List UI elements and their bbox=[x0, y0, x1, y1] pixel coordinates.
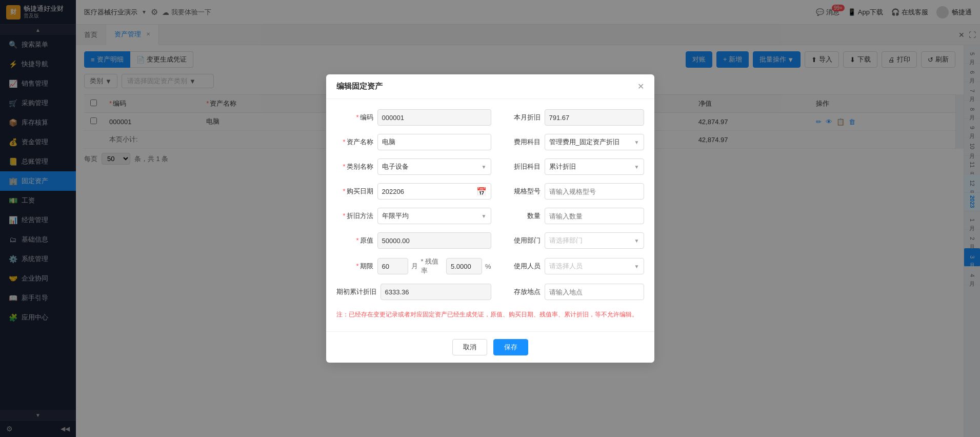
monthly-dep-label: 本月折旧 bbox=[504, 113, 541, 122]
original-value-input[interactable] bbox=[377, 232, 491, 249]
modal-overlay: 编辑固定资产 ✕ *编码 本月折旧 bbox=[0, 0, 980, 437]
form-note: 注：已经存在变更记录或者对应固定资产已经生成凭证，原值、购买日期、残值率、累计折… bbox=[336, 308, 644, 321]
quantity-label: 数量 bbox=[504, 211, 541, 221]
monthly-dep-input bbox=[545, 109, 644, 126]
purchase-date-field[interactable]: 📅 bbox=[377, 183, 491, 200]
period-inline: 月 * 残值率 % bbox=[377, 257, 491, 275]
cancel-button[interactable]: 取消 bbox=[452, 339, 487, 355]
form-item-dep-account: 折旧科目 累计折旧 ▼ bbox=[504, 158, 644, 175]
salvage-rate-unit: % bbox=[485, 263, 491, 270]
asset-name-label: *资产名称 bbox=[336, 137, 373, 147]
expense-account-label: 费用科目 bbox=[504, 137, 541, 147]
form-item-dep-method: *折旧方法 年限平均 ▼ bbox=[336, 208, 491, 224]
location-input[interactable] bbox=[545, 284, 644, 300]
initial-dep-label: 期初累计折旧 bbox=[336, 287, 376, 296]
purchase-date-label: *购买日期 bbox=[336, 187, 373, 196]
category-label: *类别名称 bbox=[336, 162, 373, 171]
user-label: 使用人员 bbox=[504, 262, 541, 271]
quantity-input[interactable] bbox=[545, 208, 644, 224]
dep-method-label: *折旧方法 bbox=[336, 211, 373, 221]
form-item-department: 使用部门 请选择部门 ▼ bbox=[504, 232, 644, 249]
purchase-date-input[interactable] bbox=[378, 188, 472, 195]
form-item-initial-dep: 期初累计折旧 bbox=[336, 284, 491, 300]
initial-dep-input[interactable] bbox=[381, 284, 491, 300]
modal-header: 编辑固定资产 ✕ bbox=[326, 74, 654, 99]
calendar-icon[interactable]: 📅 bbox=[472, 187, 491, 196]
dep-account-label: 折旧科目 bbox=[504, 162, 541, 171]
department-label: 使用部门 bbox=[504, 236, 541, 245]
original-value-label: *原值 bbox=[336, 236, 373, 245]
form-grid: *编码 本月折旧 *资产名称 费用科 bbox=[336, 109, 644, 321]
expense-account-select[interactable]: 管理费用_固定资产折旧 ▼ bbox=[545, 134, 644, 150]
spec-label: 规格型号 bbox=[504, 187, 541, 196]
form-item-expense-account: 费用科目 管理费用_固定资产折旧 ▼ bbox=[504, 134, 644, 150]
expense-account-arrow: ▼ bbox=[634, 140, 639, 145]
form-item-original-value: *原值 bbox=[336, 232, 491, 249]
form-item-user: 使用人员 请选择人员 ▼ bbox=[504, 257, 644, 275]
form-item-category: *类别名称 电子设备 ▼ bbox=[336, 158, 491, 175]
form-item-name: *资产名称 bbox=[336, 134, 491, 150]
save-button[interactable]: 保存 bbox=[493, 339, 528, 355]
spec-input[interactable] bbox=[545, 183, 644, 200]
category-select[interactable]: 电子设备 ▼ bbox=[377, 158, 491, 175]
user-arrow: ▼ bbox=[634, 264, 639, 269]
code-input[interactable] bbox=[377, 109, 491, 126]
modal-close-icon[interactable]: ✕ bbox=[637, 82, 644, 91]
location-label: 存放地点 bbox=[504, 287, 541, 296]
asset-name-input[interactable] bbox=[377, 134, 491, 150]
user-select[interactable]: 请选择人员 ▼ bbox=[545, 258, 644, 274]
form-item-purchase-date: *购买日期 📅 bbox=[336, 183, 491, 200]
period-unit-label: 月 bbox=[411, 262, 418, 271]
modal-footer: 取消 保存 bbox=[326, 331, 654, 363]
dep-method-arrow: ▼ bbox=[482, 213, 487, 219]
modal-title: 编辑固定资产 bbox=[336, 82, 383, 91]
salvage-rate-input[interactable] bbox=[446, 258, 482, 274]
form-item-spec: 规格型号 bbox=[504, 183, 644, 200]
salvage-rate-star: * 残值率 bbox=[421, 257, 443, 275]
department-select[interactable]: 请选择部门 ▼ bbox=[545, 232, 644, 249]
dep-method-select[interactable]: 年限平均 ▼ bbox=[377, 208, 491, 224]
department-arrow: ▼ bbox=[634, 238, 639, 244]
period-input[interactable] bbox=[377, 258, 408, 274]
form-item-monthly-dep: 本月折旧 bbox=[504, 109, 644, 126]
form-item-code: *编码 bbox=[336, 109, 491, 126]
modal-body: *编码 本月折旧 *资产名称 费用科 bbox=[326, 99, 654, 331]
form-item-quantity: 数量 bbox=[504, 208, 644, 224]
dep-account-select[interactable]: 累计折旧 ▼ bbox=[545, 158, 644, 175]
form-item-location: 存放地点 bbox=[504, 284, 644, 300]
dep-account-arrow: ▼ bbox=[634, 164, 639, 170]
period-label: *期限 bbox=[336, 262, 373, 271]
category-arrow: ▼ bbox=[482, 164, 487, 170]
code-label: *编码 bbox=[336, 113, 373, 122]
form-item-period: *期限 月 * 残值率 % bbox=[336, 257, 491, 275]
edit-fixed-asset-modal: 编辑固定资产 ✕ *编码 本月折旧 bbox=[326, 74, 654, 363]
